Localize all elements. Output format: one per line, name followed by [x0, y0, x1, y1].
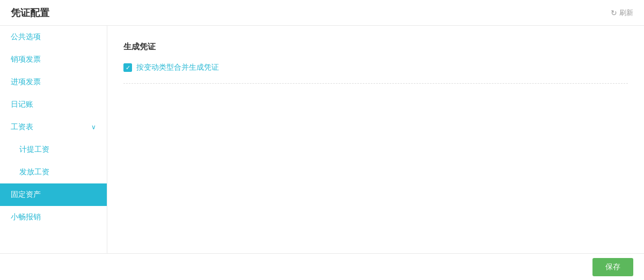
- sidebar-item-journal[interactable]: 日记账: [0, 93, 107, 116]
- sidebar-item-payroll-table[interactable]: 工资表∨: [0, 116, 107, 138]
- page-header: 凭证配置 ↻ 刷新: [0, 0, 644, 26]
- merge-checkbox-label[interactable]: 按变动类型合并生成凭证: [136, 63, 219, 72]
- checkbox-row[interactable]: 按变动类型合并生成凭证: [123, 63, 628, 72]
- refresh-icon: ↻: [611, 9, 617, 17]
- sidebar-item-label: 发放工资: [19, 167, 49, 177]
- save-button[interactable]: 保存: [592, 258, 633, 276]
- main-layout: 公共选项销项发票进项发票日记账工资表∨计提工资发放工资固定资产小畅报销 生成凭证…: [0, 26, 644, 253]
- sidebar-item-public-options[interactable]: 公共选项: [0, 26, 107, 48]
- sidebar: 公共选项销项发票进项发票日记账工资表∨计提工资发放工资固定资产小畅报销: [0, 26, 107, 253]
- sidebar-item-accrual-salary[interactable]: 计提工资: [0, 138, 107, 161]
- sidebar-item-label: 固定资产: [11, 190, 41, 200]
- page-footer: 保存: [0, 253, 644, 280]
- sidebar-item-label: 日记账: [11, 100, 33, 109]
- refresh-label: 刷新: [619, 8, 633, 18]
- content-area: 生成凭证 按变动类型合并生成凭证: [107, 26, 644, 253]
- sidebar-item-sales-invoice[interactable]: 销项发票: [0, 48, 107, 71]
- chevron-down-icon: ∨: [91, 123, 96, 131]
- refresh-button[interactable]: ↻ 刷新: [611, 8, 633, 18]
- sidebar-item-label: 进项发票: [11, 77, 41, 87]
- sidebar-item-purchase-invoice[interactable]: 进项发票: [0, 71, 107, 93]
- section-divider: [123, 83, 628, 84]
- sidebar-item-distribute-salary[interactable]: 发放工资: [0, 161, 107, 183]
- section-title: 生成凭证: [123, 42, 628, 52]
- sidebar-item-fixed-assets[interactable]: 固定资产: [0, 183, 107, 206]
- merge-checkbox[interactable]: [123, 63, 132, 72]
- sidebar-item-expense-report[interactable]: 小畅报销: [0, 206, 107, 229]
- page-title: 凭证配置: [11, 6, 49, 19]
- sidebar-item-label: 公共选项: [11, 32, 41, 42]
- sidebar-item-label: 工资表: [11, 122, 33, 132]
- sidebar-item-label: 销项发票: [11, 55, 41, 64]
- sidebar-item-label: 小畅报销: [11, 212, 41, 222]
- sidebar-item-label: 计提工资: [19, 145, 49, 154]
